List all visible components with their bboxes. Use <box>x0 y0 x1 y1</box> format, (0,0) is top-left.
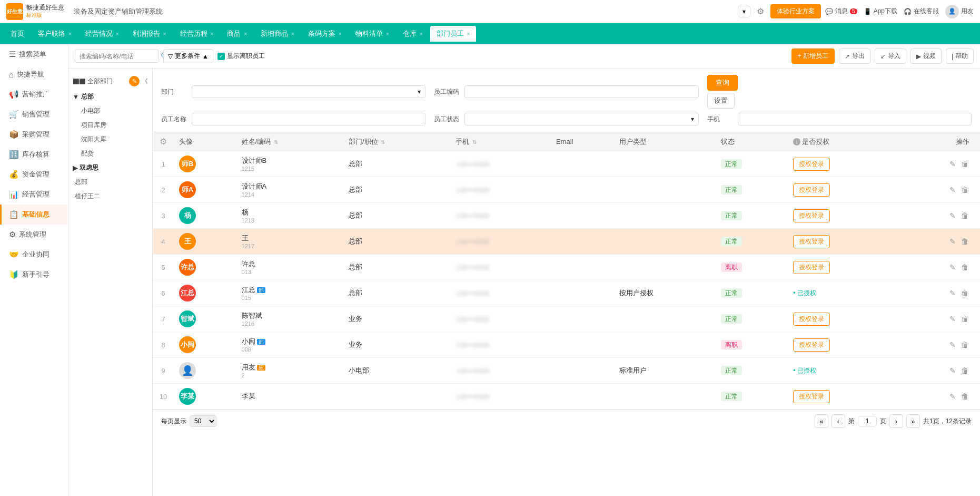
close-barcode-tab[interactable]: × <box>339 31 342 37</box>
delete-btn[interactable]: 🗑 <box>960 159 969 169</box>
first-page-btn[interactable]: « <box>815 414 828 428</box>
search-box[interactable]: 🔍 <box>75 50 159 63</box>
dept-item-shenyang[interactable]: 沈阳大库 <box>75 132 152 147</box>
import-btn[interactable]: ↙ 导入 <box>875 48 906 64</box>
sidebar-item-inventory[interactable]: 🔢 库存核算 <box>0 144 68 164</box>
tab-history[interactable]: 经营历程 × <box>174 26 220 42</box>
title-dropdown-btn[interactable]: ▾ <box>738 6 750 17</box>
sidebar-item-sales[interactable]: 🛒 销售管理 <box>0 104 68 124</box>
setting-btn[interactable]: 设置 <box>707 93 735 109</box>
delete-btn[interactable]: 🗑 <box>960 262 969 273</box>
auth-btn[interactable]: 授权登录 <box>793 390 830 403</box>
app-download-btn[interactable]: 📱 App下载 <box>864 7 897 16</box>
dept-all-label[interactable]: 全部部门 <box>87 77 127 86</box>
show-resigned-toggle[interactable]: ✓ 显示离职员工 <box>217 52 265 61</box>
show-resigned-checkbox[interactable]: ✓ <box>217 53 225 60</box>
auth-btn[interactable]: 授权登录 <box>793 209 830 222</box>
close-goods-tab[interactable]: × <box>244 31 247 37</box>
tab-new-goods[interactable]: 新增商品 × <box>254 26 301 42</box>
close-dept-staff-tab[interactable]: × <box>467 31 470 37</box>
col-name-code[interactable]: 姓名/编码 ⇅ <box>236 132 343 151</box>
sidebar-item-marketing[interactable]: 📢 营销推广 <box>0 84 68 104</box>
next-page-btn[interactable]: › <box>889 414 903 428</box>
col-phone[interactable]: 手机 ⇅ <box>450 132 550 151</box>
settings-gear-btn[interactable]: ⚙ <box>755 4 766 18</box>
last-page-btn[interactable]: » <box>906 414 920 428</box>
auth-btn[interactable]: 授权登录 <box>793 338 830 352</box>
emp-code-input[interactable] <box>464 85 698 98</box>
phone-filter-input[interactable] <box>738 113 972 125</box>
delete-btn[interactable]: 🗑 <box>960 365 969 376</box>
emp-status-select[interactable]: ▾ <box>464 113 698 125</box>
sidebar-item-enterprise[interactable]: 🤝 企业协同 <box>0 245 68 265</box>
search-input[interactable] <box>80 53 159 60</box>
tab-barcode[interactable]: 条码方案 × <box>302 26 348 42</box>
close-history-tab[interactable]: × <box>211 31 214 37</box>
sidebar-item-shortcut[interactable]: ⌂ 快捷导航 <box>0 64 68 84</box>
edit-btn[interactable]: ✎ <box>948 236 957 247</box>
delete-btn[interactable]: 🗑 <box>960 236 969 247</box>
close-customer-tab[interactable]: × <box>68 31 72 37</box>
more-conditions-btn[interactable]: ▽ 更多条件 ▲ <box>163 49 213 63</box>
col-dept-pos[interactable]: 部门/职位 ⇅ <box>343 132 450 151</box>
edit-btn[interactable]: ✎ <box>948 184 957 195</box>
add-staff-btn[interactable]: + 新增员工 <box>791 48 835 64</box>
edit-btn[interactable]: ✎ <box>948 159 957 169</box>
edit-btn[interactable]: ✎ <box>948 365 957 376</box>
sidebar-item-operation[interactable]: 📊 经营管理 <box>0 184 68 205</box>
page-number-input[interactable] <box>858 416 877 426</box>
sidebar-item-finance[interactable]: 💰 资金管理 <box>0 164 68 184</box>
auth-btn[interactable]: 授权登录 <box>793 235 830 248</box>
edit-btn[interactable]: ✎ <box>948 391 957 402</box>
per-page-select[interactable]: 50 100 200 <box>190 415 216 427</box>
sidebar-item-guide[interactable]: 🔰 新手引导 <box>0 265 68 285</box>
col-settings[interactable]: ⚙ <box>153 132 174 151</box>
dept-item-zongbu2[interactable]: 总部 <box>68 175 152 189</box>
delete-btn[interactable]: 🗑 <box>960 210 969 221</box>
tab-warehouse[interactable]: 仓库 × <box>397 26 429 42</box>
user-area[interactable]: 👤 用友 <box>945 5 974 18</box>
tab-profit[interactable]: 利润报告 × <box>126 26 173 42</box>
sidebar-item-search[interactable]: ☰ 搜索菜单 <box>0 44 68 64</box>
dept-parent-shuanglusi[interactable]: ▶ 双虑思 <box>68 161 152 175</box>
dept-item-xiaodianbU[interactable]: 小电部 <box>75 104 152 118</box>
dept-collapse-icon[interactable]: 《 <box>142 77 148 86</box>
tab-goods[interactable]: 商品 × <box>221 26 253 42</box>
close-profit-tab[interactable]: × <box>163 31 166 37</box>
edit-btn[interactable]: ✎ <box>948 288 957 298</box>
close-warehouse-tab[interactable]: × <box>420 31 423 37</box>
tab-business[interactable]: 经营情况 × <box>79 26 125 42</box>
sidebar-item-system[interactable]: ⚙ 系统管理 <box>0 225 68 245</box>
prev-page-btn[interactable]: ‹ <box>831 414 845 428</box>
delete-btn[interactable]: 🗑 <box>960 339 969 350</box>
auth-btn[interactable]: 授权登录 <box>793 313 830 326</box>
tab-home[interactable]: 首页 <box>4 26 31 42</box>
help-btn[interactable]: | 帮助 <box>946 48 974 64</box>
online-service-btn[interactable]: 🎧 在线客服 <box>904 7 939 16</box>
sidebar-item-purchase[interactable]: 📦 采购管理 <box>0 124 68 144</box>
dept-parent-zongbu[interactable]: ▼ 总部 <box>68 90 152 104</box>
export-btn[interactable]: ↗ 导出 <box>839 48 870 64</box>
edit-btn[interactable]: ✎ <box>948 262 957 273</box>
auth-btn[interactable]: 授权登录 <box>793 158 830 171</box>
query-btn[interactable]: 查询 <box>707 75 738 91</box>
emp-name-input[interactable] <box>192 113 425 125</box>
dept-item-xianmu[interactable]: 项目库房 <box>75 118 152 132</box>
close-new-goods-tab[interactable]: × <box>291 31 294 37</box>
edit-btn[interactable]: ✎ <box>948 339 957 350</box>
close-material-tab[interactable]: × <box>386 31 389 37</box>
view-btn[interactable]: ▶ 视频 <box>910 48 942 64</box>
tab-dept-staff[interactable]: 部门员工 × <box>430 26 477 42</box>
delete-btn[interactable]: 🗑 <box>960 391 969 402</box>
delete-btn[interactable]: 🗑 <box>960 184 969 195</box>
auth-btn[interactable]: 授权登录 <box>793 183 830 197</box>
dept-filter-select[interactable]: ▾ <box>192 85 425 98</box>
delete-btn[interactable]: 🗑 <box>960 288 969 298</box>
auth-btn[interactable]: 授权登录 <box>793 261 830 274</box>
tab-material[interactable]: 物料清单 × <box>349 26 395 42</box>
tab-customer[interactable]: 客户联络 × <box>32 26 78 42</box>
close-business-tab[interactable]: × <box>116 31 119 37</box>
trial-btn[interactable]: 体验行业方案 <box>770 4 821 18</box>
sidebar-item-basic[interactable]: 📋 基础信息 <box>0 205 68 225</box>
delete-btn[interactable]: 🗑 <box>960 314 969 324</box>
